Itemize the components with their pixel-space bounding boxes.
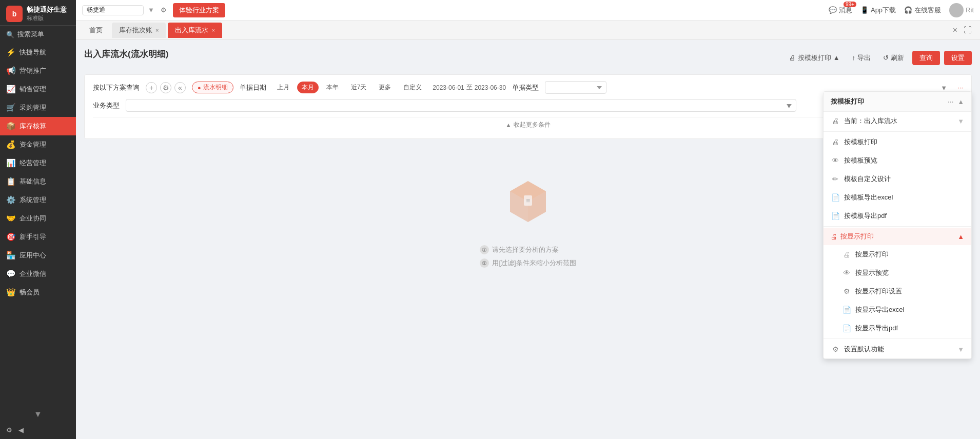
- date-btn-custom[interactable]: 自定义: [399, 82, 426, 93]
- template-design-label: 模板自定义设计: [844, 174, 964, 184]
- display-preview-icon: 👁: [842, 268, 851, 277]
- sidebar-item-purchase[interactable]: 🛒 采购管理: [0, 98, 76, 117]
- sidebar-item-wechat[interactable]: 💬 企业微信: [0, 265, 76, 283]
- dropdown-display-excel[interactable]: 📄 按显示导出excel: [824, 301, 971, 319]
- user-avatar[interactable]: Rit: [949, 3, 974, 17]
- refresh-button[interactable]: ↺ 刷新: [879, 51, 908, 65]
- filter-collapse-button[interactable]: «: [174, 82, 186, 93]
- online-service-button[interactable]: 🎧 在线客服: [904, 6, 941, 15]
- tab-close-button[interactable]: ×: [951, 25, 959, 36]
- sidebar-scroll-down[interactable]: ▼: [0, 408, 76, 421]
- settings-button[interactable]: 设置: [944, 51, 972, 65]
- dropdown-header-actions: ··· ▲: [948, 98, 964, 106]
- filter-tag-flow[interactable]: ● 流水明细: [192, 82, 233, 93]
- filter-add-button[interactable]: +: [146, 82, 157, 93]
- hint-num-1: ①: [480, 245, 489, 254]
- system-icon: ⚙️: [6, 195, 15, 205]
- date-btn-this-year[interactable]: 本年: [322, 82, 343, 93]
- display-section-text: 按显示打印: [840, 232, 874, 241]
- date-btn-last-7[interactable]: 近7天: [346, 82, 371, 93]
- doc-type-label: 单据类型: [512, 83, 539, 92]
- tab-flow-close[interactable]: ×: [211, 27, 214, 33]
- date-range-end: 2023-06-30: [475, 84, 506, 91]
- sidebar-item-guide[interactable]: 🎯 新手引导: [0, 228, 76, 246]
- main-area: ▼ ⚙ 体验行业方案 💬 消息 99+ 📱 App下载 🎧 在线客服 Rit: [76, 0, 980, 439]
- sidebar-item-quick-nav[interactable]: ⚡ 快捷导航: [0, 43, 76, 62]
- app-download-label: App下载: [871, 6, 896, 15]
- dropdown-template-print[interactable]: 🖨 按模板打印: [824, 133, 971, 151]
- dropdown-current-label: 当前：出入库流水: [844, 116, 953, 126]
- tab-flow-label: 出入库流水: [175, 26, 208, 35]
- dropdown-current-item[interactable]: 🖨 当前：出入库流水 ▼: [824, 112, 971, 130]
- industry-solution-button[interactable]: 体验行业方案: [173, 3, 225, 17]
- sidebar-item-corp[interactable]: 🤝 企业协同: [0, 209, 76, 228]
- tab-maximize-button[interactable]: ⛶: [962, 25, 974, 36]
- tab-inventory-batch[interactable]: 库存批次账 ×: [112, 23, 166, 38]
- display-settings-label: 按显示打印设置: [855, 287, 964, 296]
- tab-flow[interactable]: 出入库流水 ×: [168, 23, 222, 38]
- template-preview-label: 按模板预览: [844, 156, 964, 165]
- search-menu[interactable]: 🔍 搜索菜单: [0, 26, 76, 43]
- dropdown-display-print[interactable]: 🖨 按显示打印: [824, 245, 971, 264]
- sidebar-settings-icon[interactable]: ⚙: [6, 426, 12, 434]
- dropdown-title: 按模板打印: [831, 97, 864, 106]
- business-type-select[interactable]: [126, 99, 796, 112]
- display-print-label: 按显示打印: [855, 250, 964, 259]
- topbar-search-input[interactable]: [82, 5, 144, 15]
- dropdown-header-collapse-icon[interactable]: ▲: [957, 98, 964, 106]
- topbar-gear-icon[interactable]: ⚙: [161, 6, 167, 14]
- tab-inventory-batch-close[interactable]: ×: [155, 27, 159, 33]
- dropdown-template-design[interactable]: ✏ 模板自定义设计: [824, 170, 971, 188]
- sidebar-item-sales[interactable]: 📈 销售管理: [0, 80, 76, 98]
- sidebar-item-operation[interactable]: 📊 经营管理: [0, 154, 76, 172]
- tab-home[interactable]: 首页: [82, 23, 110, 38]
- display-section-arrow: ▲: [957, 233, 964, 241]
- hint-num-2: ②: [480, 258, 489, 268]
- topbar-dropdown-icon[interactable]: ▼: [148, 6, 154, 14]
- sidebar-item-appstore[interactable]: 🏪 应用中心: [0, 246, 76, 265]
- sidebar-item-label: 营销推广: [19, 66, 46, 75]
- print-template-button[interactable]: 🖨 按模板打印 ▲: [785, 51, 844, 65]
- app-download-button[interactable]: 📱 App下载: [860, 6, 896, 15]
- username-label: Rit: [966, 6, 974, 14]
- business-type-label: 业务类型: [93, 101, 120, 110]
- hint-text-2: 用[过滤]条件来缩小分析范围: [492, 258, 576, 268]
- page-header-row: 出入库流水(流水明细) 🖨 按模板打印 ▲ ↑ 导出 ↺ 刷新 查询 设置: [84, 48, 972, 67]
- dropdown-template-excel[interactable]: 📄 按模板导出excel: [824, 188, 971, 207]
- export-button[interactable]: ↑ 导出: [848, 51, 875, 65]
- filter-settings-button[interactable]: ⚙: [160, 82, 171, 93]
- dropdown-display-preview[interactable]: 👁 按显示预览: [824, 264, 971, 282]
- dropdown-display-section-header[interactable]: 🖨 按显示打印 ▲: [824, 228, 971, 245]
- dropdown-display-pdf[interactable]: 📄 按显示导出pdf: [824, 319, 971, 337]
- sidebar-collapse-icon[interactable]: ◀: [18, 426, 24, 434]
- doc-type-select[interactable]: [545, 81, 606, 94]
- corp-icon: 🤝: [6, 214, 15, 223]
- message-button[interactable]: 💬 消息 99+: [829, 6, 852, 15]
- dropdown-header: 按模板打印 ··· ▲: [824, 92, 971, 112]
- page-header-actions: 🖨 按模板打印 ▲ ↑ 导出 ↺ 刷新 查询 设置: [785, 51, 972, 65]
- doc-type-more-button[interactable]: ···: [957, 84, 963, 91]
- dropdown-template-preview[interactable]: 👁 按模板预览: [824, 151, 971, 170]
- dropdown-default-func[interactable]: ⚙ 设置默认功能 ▼: [824, 340, 971, 358]
- export-label: 导出: [857, 53, 871, 63]
- filter-tag-icon: ●: [198, 85, 201, 91]
- dropdown-dots-icon[interactable]: ···: [948, 98, 953, 106]
- sidebar-item-member[interactable]: 👑 畅会员: [0, 283, 76, 302]
- divider-2: [824, 226, 971, 227]
- date-btn-this-month[interactable]: 本月: [297, 82, 319, 93]
- date-btn-more[interactable]: 更多: [374, 82, 396, 93]
- quick-nav-icon: ⚡: [6, 48, 15, 57]
- empty-box-svg: ≡: [502, 176, 554, 227]
- sidebar-item-finance[interactable]: 💰 资金管理: [0, 135, 76, 154]
- sidebar-item-system[interactable]: ⚙️ 系统管理: [0, 191, 76, 209]
- operation-icon: 📊: [6, 158, 15, 168]
- sidebar-item-inventory[interactable]: 📦 库存核算: [0, 117, 76, 135]
- sidebar-item-label: 新手引导: [19, 232, 46, 242]
- sidebar-item-basic[interactable]: 📋 基础信息: [0, 172, 76, 191]
- sidebar-item-label: 资金管理: [19, 140, 46, 149]
- sidebar-item-marketing[interactable]: 📢 营销推广: [0, 62, 76, 80]
- query-button[interactable]: 查询: [912, 51, 940, 65]
- date-btn-last-month[interactable]: 上月: [272, 82, 294, 93]
- dropdown-display-settings[interactable]: ⚙ 按显示打印设置: [824, 282, 971, 301]
- dropdown-template-pdf[interactable]: 📄 按模板导出pdf: [824, 207, 971, 225]
